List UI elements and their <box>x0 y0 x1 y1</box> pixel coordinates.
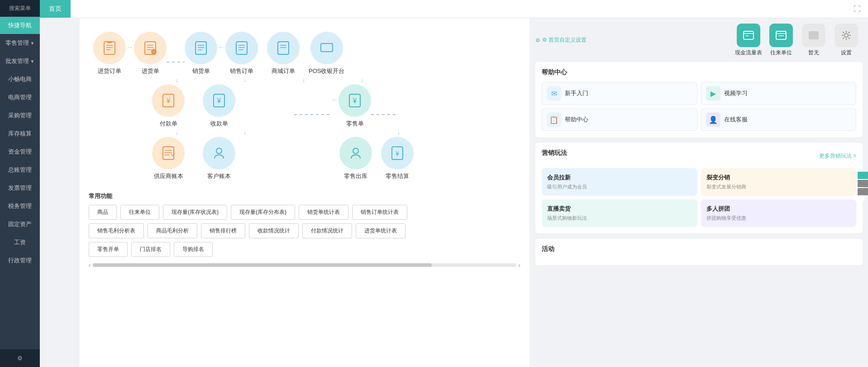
node-retail-settle[interactable]: ¥ 零售结算 <box>381 137 414 180</box>
help-item-beginner[interactable]: ✉ 新手入门 <box>542 82 697 105</box>
arrow-down-jinghuo: ↓ <box>152 76 202 83</box>
fn-btn-gross-analysis[interactable]: 销售毛利分析表 <box>89 223 144 238</box>
fn-btn-retail-order[interactable]: 零售开单 <box>89 242 128 257</box>
svg-text:¥: ¥ <box>395 150 399 157</box>
fn-btn-stock-dist[interactable]: 现存量(库存分布表) <box>231 205 295 220</box>
float-btn-desktop[interactable]: 桌面快捷 <box>858 188 868 195</box>
settings-icon-box <box>835 24 858 47</box>
sidebar-item-assets[interactable]: 固定资产 <box>0 215 40 233</box>
svg-point-45 <box>844 34 848 37</box>
help-center-title: 帮助中心 <box>542 68 856 77</box>
sidebar-item-invoice[interactable]: 发票管理 <box>0 179 40 197</box>
right-panel: ⚙ ⚙ 首页自定义设置 现金流量表 往来单位 暂无 <box>530 18 868 367</box>
fn-btn-receipt-stats[interactable]: 收款情况统计 <box>249 223 299 238</box>
fn-btn-product[interactable]: 商品 <box>89 205 117 220</box>
main-content: 进货订单 → ↑ 进货单 销货单 <box>80 18 868 367</box>
customize-settings-link[interactable]: ⚙ ⚙ 首页自定义设置 <box>535 36 587 44</box>
fn-btn-sales-order-stats[interactable]: 销售订单统计表 <box>352 205 407 220</box>
fn-btn-stock-status[interactable]: 现存量(库存状况表) <box>163 205 227 220</box>
live-subtitle: 场景式购物新玩法 <box>547 215 692 222</box>
sidebar-item-ledger[interactable]: 总账管理 <box>0 161 40 179</box>
contacts-label: 往来单位 <box>770 49 792 57</box>
sidebar-item-wholesale[interactable]: 批发管理 ▼ <box>0 52 40 70</box>
node-jinghuo-dan[interactable]: ↑ 进货单 <box>134 32 167 75</box>
marketing-item-live[interactable]: 直播卖货 场景式购物新玩法 <box>542 199 697 227</box>
marketing-grid: 会员拉新 吸引用户成为会员 裂变分销 裂变式发展分销商 直播卖货 场景式购物新玩… <box>542 168 856 227</box>
fn-btn-product-gross[interactable]: 商品毛利分析 <box>148 223 197 238</box>
node-customer-account[interactable]: 客户账本 <box>203 137 235 180</box>
tab-home[interactable]: 首页 <box>40 0 71 18</box>
scroll-thumb <box>93 263 432 267</box>
sidebar-item-retail[interactable]: 零售管理 ▼ <box>0 34 40 52</box>
sidebar-search[interactable]: 搜索菜单 <box>0 0 40 17</box>
quick-icon-cashflow[interactable]: 现金流量表 <box>732 24 765 57</box>
arrow-down-xiao: ↓ <box>220 76 270 83</box>
sidebar-item-ecom-mgmt[interactable]: 电商管理 <box>0 88 40 106</box>
node-payment-out[interactable]: ¥ 付款单 <box>152 84 185 128</box>
arrow-left-retail: ← <box>331 96 338 116</box>
help-item-video[interactable]: ▶ 视频学习 <box>701 82 857 105</box>
settings-label: 设置 <box>841 49 852 57</box>
flow-diagram: 进货订单 → ↑ 进货单 销货单 <box>89 27 520 185</box>
node-supplier-account[interactable]: 供应商账本 <box>152 137 185 180</box>
sidebar-item-salary[interactable]: 工资 <box>0 233 40 251</box>
fn-btn-sales-stats[interactable]: 销货单统计表 <box>299 205 348 220</box>
dash-pos-retail <box>371 114 398 115</box>
quick-access-bar: ⚙ ⚙ 首页自定义设置 现金流量表 往来单位 暂无 <box>535 24 863 57</box>
fn-btn-store-rank[interactable]: 门店排名 <box>131 242 170 257</box>
group-title: 多人拼团 <box>706 205 851 213</box>
scroll-left-arrow[interactable]: ‹ <box>89 261 91 269</box>
scroll-track[interactable] <box>93 263 517 267</box>
svg-rect-30 <box>163 147 174 159</box>
fn-btn-sales-rank[interactable]: 销售排行榜 <box>201 223 245 238</box>
scroll-right-arrow[interactable]: › <box>518 261 520 269</box>
quick-icon-settings[interactable]: 设置 <box>830 24 863 57</box>
node-mall-order[interactable]: 商城订单 <box>267 32 300 75</box>
fn-btn-guide-rank[interactable]: 导购排名 <box>174 242 213 257</box>
sidebar-item-tax[interactable]: 税务管理 <box>0 197 40 215</box>
svg-text:¥: ¥ <box>353 97 357 105</box>
float-btn-service[interactable]: 客服热线 <box>858 172 868 179</box>
service-icon: 👤 <box>706 112 720 127</box>
sidebar-item-admin[interactable]: 行政管理 <box>0 251 40 270</box>
help-item-service[interactable]: 👤 在线客服 <box>701 108 857 131</box>
fullscreen-icon[interactable]: ⛶ <box>854 5 861 13</box>
svg-rect-22 <box>323 45 331 50</box>
more-marketing-link[interactable]: 更多营销玩法 > <box>819 152 856 160</box>
node-pos[interactable]: POS收银开台 <box>309 32 344 75</box>
quick-icon-contacts[interactable]: 往来单位 <box>765 24 797 57</box>
node-payment-in[interactable]: ¥ 收款单 <box>203 84 235 128</box>
fission-subtitle: 裂变式发展分销商 <box>706 184 851 190</box>
fn-btn-purchase-stats[interactable]: 进货单统计表 <box>356 223 405 238</box>
sidebar-item-ecom[interactable]: 小畅电商 <box>0 70 40 88</box>
sidebar-item-label: 库存核算 <box>8 130 32 138</box>
member-subtitle: 吸引用户成为会员 <box>547 184 692 190</box>
marketing-item-member[interactable]: 会员拉新 吸引用户成为会员 <box>542 168 697 196</box>
sidebar-item-finance[interactable]: 资金管理 <box>0 143 40 161</box>
fn-btn-contacts[interactable]: 往来单位 <box>120 205 159 220</box>
fn-btn-payment-stats[interactable]: 付款情况统计 <box>302 223 352 238</box>
svg-rect-14 <box>236 42 247 54</box>
node-xiao-dan[interactable]: 销货单 <box>185 32 217 75</box>
sidebar-item-purchase[interactable]: 采购管理 <box>0 106 40 125</box>
sidebar-item-label: 零售管理 <box>5 39 29 47</box>
svg-text:¥: ¥ <box>166 97 171 105</box>
node-retail-out[interactable]: 零售出库 <box>339 137 372 180</box>
sidebar-item-inventory[interactable]: 库存核算 <box>0 125 40 143</box>
float-btn-community[interactable]: 服务社区 <box>858 180 868 187</box>
node-retail-dan[interactable]: ¥ 零售单 <box>339 84 371 128</box>
chevron-down-icon: ▼ <box>30 59 35 64</box>
sidebar-quicknav[interactable]: 快捷导航 <box>0 17 40 34</box>
cashflow-icon-box <box>737 24 760 47</box>
quick-icon-none[interactable]: 暂无 <box>797 24 830 57</box>
node-sales-order[interactable]: 销售订单 <box>225 32 258 75</box>
help-item-help[interactable]: 📋 帮助中心 <box>542 108 697 131</box>
marketing-item-group[interactable]: 多人拼团 拼团购物享受优惠 <box>701 199 857 227</box>
dash-1 <box>167 62 185 63</box>
svg-rect-41 <box>776 31 786 39</box>
sidebar-settings[interactable]: ⚙ <box>0 349 40 367</box>
svg-rect-38 <box>744 31 754 39</box>
node-jinghuo-order[interactable]: 进货订单 <box>93 32 126 75</box>
marketing-item-fission[interactable]: 裂变分销 裂变式发展分销商 <box>701 168 857 196</box>
beginner-label: 新手入门 <box>565 89 588 97</box>
